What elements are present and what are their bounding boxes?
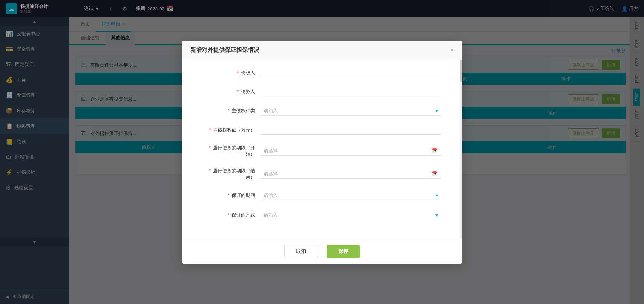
select-guarantee-period[interactable]: 请输入 ▾ — [261, 191, 441, 200]
form-row-guarantee-period: * 保证的期间 请输入 ▾ — [203, 191, 441, 200]
form-row-guarantee-method: * 保证的方式 请输入 ▾ — [203, 210, 441, 220]
form-row-debtor: * 债务人 — [203, 87, 441, 96]
save-button[interactable]: 保存 — [327, 245, 360, 258]
form-row-claim-amount: * 主债权数额（万元） — [203, 126, 441, 135]
datepicker-period-end[interactable]: 请选择 📅 — [261, 169, 441, 179]
modal-overlay: 新增对外提供保证担保情况 × * 债权人 — [0, 0, 644, 304]
modal-close-button[interactable]: × — [450, 47, 454, 53]
datepicker-period-start[interactable]: 请选择 📅 — [261, 146, 441, 156]
label-creditor: * 债权人 — [203, 70, 261, 76]
modal-title: 新增对外提供保证担保情况 — [190, 46, 259, 54]
cancel-button[interactable]: 取消 — [284, 245, 318, 258]
label-period-end: * 履行债务的期限（结束） — [203, 168, 261, 181]
form-row-creditor: * 债权人 — [203, 69, 441, 77]
select-guarantee-method[interactable]: 请输入 ▾ — [261, 210, 441, 220]
modal-footer: 取消 保存 — [182, 239, 462, 264]
input-creditor[interactable] — [261, 69, 441, 77]
modal-scrollbar-track — [460, 60, 462, 239]
label-claim-amount: * 主债权数额（万元） — [203, 127, 261, 133]
modal-body: * 债权人 * 债务人 * 主债权种 — [182, 60, 462, 239]
label-guarantee-period: * 保证的期间 — [203, 192, 261, 199]
select-claim-type[interactable]: 请输入 ▾ — [261, 106, 441, 116]
chevron-down-period-icon: ▾ — [435, 192, 438, 198]
form-row-claim-type: * 主债权种类 请输入 ▾ — [203, 106, 441, 116]
label-debtor: * 债务人 — [203, 89, 261, 95]
input-claim-amount[interactable] — [261, 126, 441, 135]
chevron-down-method-icon: ▾ — [435, 212, 438, 218]
label-period-start: * 履行债务的期限（开始） — [203, 145, 261, 158]
input-debtor[interactable] — [261, 87, 441, 96]
label-guarantee-method: * 保证的方式 — [203, 212, 261, 218]
label-claim-type: * 主债权种类 — [203, 108, 261, 114]
modal-add-guarantee: 新增对外提供保证担保情况 × * 债权人 — [182, 41, 462, 264]
modal-scrollbar-thumb[interactable] — [460, 60, 462, 82]
calendar-end-icon: 📅 — [431, 171, 438, 177]
form-row-period-start: * 履行债务的期限（开始） 请选择 📅 — [203, 145, 441, 158]
chevron-down-icon: ▾ — [435, 108, 438, 114]
form-row-period-end: * 履行债务的期限（结束） 请选择 📅 — [203, 168, 441, 181]
calendar-start-icon: 📅 — [431, 148, 438, 154]
modal-header: 新增对外提供保证担保情况 × — [182, 41, 462, 60]
